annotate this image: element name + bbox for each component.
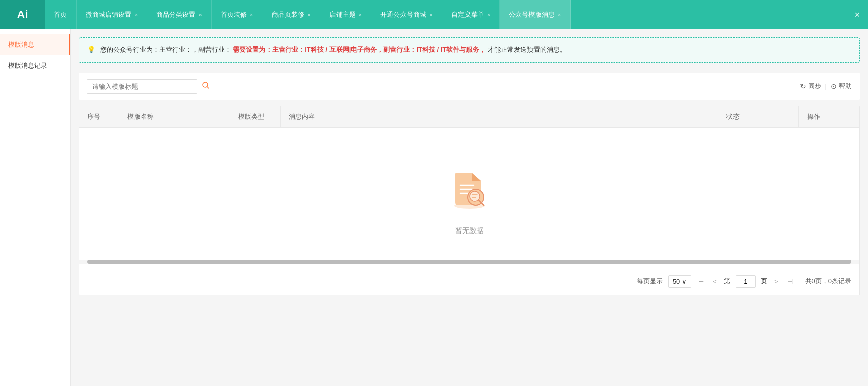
page-label-post: 页 <box>761 277 767 286</box>
nav-tab-3[interactable]: 首页装修× <box>212 0 262 29</box>
main-layout: 模版消息模版消息记录 💡 您的公众号行业为：主营行业：，副营行业： 需要设置为：… <box>0 29 868 386</box>
sync-button[interactable]: ↻ 同步 <box>800 82 821 91</box>
empty-state: 暂无数据 <box>79 128 859 256</box>
sync-label: 同步 <box>808 82 821 91</box>
nav-tab-label-8: 公众号模版消息 <box>509 10 555 19</box>
nav-tab-label-3: 首页装修 <box>221 10 247 19</box>
first-page-button[interactable]: ⊢ <box>696 277 706 286</box>
page-size-select[interactable]: 50 ∨ <box>668 275 691 288</box>
notice-box: 💡 您的公众号行业为：主营行业：，副营行业： 需要设置为：主营行业：IT科技 /… <box>79 37 860 63</box>
nav-tab-close-8[interactable]: × <box>558 12 561 18</box>
table-header: 序号模版名称模版类型消息内容状态操作 <box>79 106 859 128</box>
nav-tab-5[interactable]: 店铺主题× <box>320 0 371 29</box>
table-col-3: 消息内容 <box>281 106 718 127</box>
close-all-button[interactable]: × <box>846 0 868 29</box>
nav-tab-close-4[interactable]: × <box>307 12 310 18</box>
search-input[interactable] <box>87 79 197 94</box>
scroll-bar[interactable] <box>87 260 851 264</box>
top-nav: Ai 首页微商城店铺设置×商品分类设置×首页装修×商品页装修×店铺主题×开通公众… <box>0 0 868 29</box>
nav-tab-label-6: 开通公众号商城 <box>380 10 426 19</box>
table-col-4: 状态 <box>718 106 799 127</box>
last-page-button[interactable]: ⊣ <box>785 277 795 286</box>
app-logo: Ai <box>0 0 45 29</box>
search-icon <box>202 81 210 89</box>
table-col-1: 模版名称 <box>119 106 230 127</box>
empty-text: 暂无数据 <box>455 226 484 236</box>
nav-tab-8[interactable]: 公众号模版消息× <box>500 0 570 29</box>
nav-tab-close-7[interactable]: × <box>487 12 490 18</box>
notice-text-suffix: 才能正常发送预置的消息。 <box>488 46 566 53</box>
content-area: 💡 您的公众号行业为：主营行业：，副营行业： 需要设置为：主营行业：IT科技 /… <box>71 29 868 386</box>
table-col-0: 序号 <box>79 106 119 127</box>
sidebar-item-1[interactable]: 模版消息记录 <box>0 55 70 76</box>
nav-tab-label-0: 首页 <box>54 10 67 19</box>
nav-tab-close-5[interactable]: × <box>359 12 362 18</box>
help-button[interactable]: ⊙ 帮助 <box>831 82 852 91</box>
empty-icon <box>439 158 500 218</box>
nav-tab-6[interactable]: 开通公众号商城× <box>371 0 442 29</box>
notice-icon: 💡 <box>87 46 95 53</box>
nav-tab-label-5: 店铺主题 <box>329 10 356 19</box>
search-button[interactable] <box>202 81 210 91</box>
nav-tab-4[interactable]: 商品页装修× <box>262 0 320 29</box>
svg-line-1 <box>207 87 209 89</box>
prev-page-button[interactable]: < <box>711 277 719 286</box>
sync-icon: ↻ <box>800 82 806 90</box>
search-right: ↻ 同步 | ⊙ 帮助 <box>800 82 852 91</box>
table-col-2: 模版类型 <box>230 106 281 127</box>
current-page-input[interactable] <box>736 275 756 288</box>
nav-tab-close-6[interactable]: × <box>429 12 432 18</box>
help-label: 帮助 <box>839 82 852 91</box>
nav-tab-close-3[interactable]: × <box>250 12 253 18</box>
nav-tab-label-1: 微商城店铺设置 <box>86 10 131 19</box>
help-icon: ⊙ <box>831 82 837 90</box>
search-left <box>87 79 210 94</box>
sidebar: 模版消息模版消息记录 <box>0 29 71 386</box>
dropdown-icon: ∨ <box>682 278 687 285</box>
nav-tab-7[interactable]: 自定义菜单× <box>442 0 500 29</box>
nav-tab-close-1[interactable]: × <box>135 12 138 18</box>
page-size-value: 50 <box>673 278 680 285</box>
search-bar: ↻ 同步 | ⊙ 帮助 <box>79 73 860 100</box>
nav-tab-0[interactable]: 首页 <box>45 0 77 29</box>
logo-text: Ai <box>17 8 28 21</box>
total-info: 共0页，0条记录 <box>805 277 851 286</box>
next-page-button[interactable]: > <box>772 277 780 286</box>
nav-tab-label-2: 商品分类设置 <box>156 10 195 19</box>
notice-highlight: 需要设置为：主营行业：IT科技 / 互联网|电子商务，副营行业：IT科技 / I… <box>233 46 486 53</box>
scroll-indicator <box>79 260 859 264</box>
notice-text-prefix: 您的公众号行业为：主营行业：，副营行业： <box>100 46 231 53</box>
nav-tab-1[interactable]: 微商城店铺设置× <box>77 0 147 29</box>
page-label-pre: 第 <box>724 277 730 286</box>
nav-tab-label-7: 自定义菜单 <box>451 10 484 19</box>
page-size-label: 每页显示 <box>637 277 663 286</box>
divider: | <box>825 83 827 90</box>
sidebar-item-0[interactable]: 模版消息 <box>0 34 70 55</box>
table-col-5: 操作 <box>799 106 859 127</box>
table-container: 序号模版名称模版类型消息内容状态操作 <box>79 106 860 295</box>
nav-tab-close-2[interactable]: × <box>198 12 202 18</box>
nav-tabs: 首页微商城店铺设置×商品分类设置×首页装修×商品页装修×店铺主题×开通公众号商城… <box>45 0 846 29</box>
nav-tab-2[interactable]: 商品分类设置× <box>147 0 211 29</box>
nav-tab-label-4: 商品页装修 <box>272 10 304 19</box>
pagination: 每页显示 50 ∨ ⊢ < 第 页 > ⊣ 共0页，0条记录 <box>79 268 859 295</box>
